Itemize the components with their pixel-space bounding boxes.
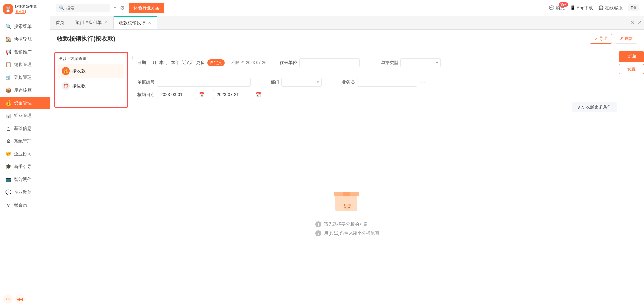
search-icon: 🔍: [5, 23, 11, 30]
action-buttons: 查询 设置: [619, 51, 644, 74]
sidebar-item-basic[interactable]: 🗂 基础信息: [0, 122, 50, 135]
app-download-button[interactable]: 📱 App下载: [570, 5, 593, 11]
sidebar-item-label: 搜索菜单: [14, 23, 32, 30]
guide-icon: 🎓: [5, 164, 11, 170]
tab-close-all-icon[interactable]: ✕: [630, 19, 634, 26]
staff-field: 业务员 ···: [342, 78, 425, 87]
filter-option-by-receipt[interactable]: 💰 按收款: [58, 64, 124, 78]
sidebar-item-label: 畅会员: [14, 202, 27, 208]
staff-input[interactable]: [357, 78, 417, 87]
tip-text-1: 请先选择要分析的方案: [324, 221, 368, 227]
tab-prepay-label: 预付冲应付单: [75, 20, 102, 26]
sidebar-item-sales[interactable]: 📋 销售管理: [0, 58, 50, 71]
tab-receipt[interactable]: 收款核销执行 ✕: [114, 16, 157, 29]
user-profile[interactable]: Rit: [628, 4, 639, 11]
sidebar-item-finance[interactable]: 💰 资金管理: [0, 97, 50, 109]
doc-type-select[interactable]: [400, 58, 441, 67]
sidebar-item-hardware[interactable]: 📺 智能硬件: [0, 173, 50, 186]
sidebar-item-marketing[interactable]: 📢 营销推广: [0, 46, 50, 58]
app-logo-icon: 🐰: [3, 4, 13, 14]
calendar-end-icon[interactable]: 📅: [255, 92, 261, 97]
settings-bottom-icon[interactable]: ⚙: [3, 294, 13, 304]
filter-section: 按以下方案查询 💰 按收款 ⏰ 按应收 《: [50, 48, 644, 112]
tab-home-label: 首页: [56, 20, 64, 26]
date-shortcut-thismonth[interactable]: 本月: [159, 60, 168, 66]
collapse-more-section: ∧∧ 收起更多条件: [137, 102, 617, 112]
mgmt-icon: 📊: [5, 113, 11, 119]
sidebar-item-inventory[interactable]: 📦 库存核算: [0, 84, 50, 97]
page-header: 收款核销执行(按收款) ↗ 导出 ↺ 刷新: [50, 30, 644, 48]
tip-num-2: 2: [315, 230, 321, 236]
settings-button[interactable]: 设置: [619, 64, 644, 74]
tab-home[interactable]: 首页: [50, 16, 70, 29]
dept-select-wrapper[interactable]: [281, 78, 322, 87]
topbar-search-box[interactable]: 🔍: [56, 4, 110, 12]
tabbar: 首页 预付冲应付单 ✕ 收款核销执行 ✕ ✕ ⤢: [50, 16, 644, 30]
home-icon: 🏠: [5, 36, 11, 42]
online-service-button[interactable]: 🎧 在线客服: [598, 5, 623, 11]
date-shortcut-thisyear[interactable]: 本年: [171, 60, 179, 66]
refresh-button[interactable]: ↺ 刷新: [615, 34, 637, 44]
sidebar-item-label: 营销推广: [14, 49, 32, 55]
message-badge: 99+: [559, 2, 568, 7]
date-shortcut-lastmonth[interactable]: 上月: [148, 60, 157, 66]
partner-dots-icon[interactable]: ···: [362, 59, 368, 66]
purchase-icon: 🛒: [5, 74, 11, 81]
partner-input[interactable]: [299, 58, 360, 67]
sidebar-item-label: 资金管理: [14, 100, 32, 106]
staff-dots-icon[interactable]: ···: [419, 79, 425, 86]
tab-prepay[interactable]: 预付冲应付单 ✕: [70, 16, 114, 29]
date-unlimited-field: 不限 至 2023-07-26: [231, 60, 266, 66]
date-shortcut-more[interactable]: 更多: [196, 60, 205, 66]
doc-no-input[interactable]: [157, 78, 251, 87]
doc-type-select-wrapper[interactable]: [400, 58, 441, 67]
sidebar-item-wechat[interactable]: 💬 企业微信: [0, 186, 50, 199]
topbar-gear-icon[interactable]: ⚙: [120, 5, 125, 11]
sidebar-item-mgmt[interactable]: 📊 经营管理: [0, 109, 50, 122]
service-icon: 🎧: [598, 5, 604, 10]
sidebar-item-system[interactable]: ⚙ 系统管理: [0, 135, 50, 148]
date-shortcut-7days[interactable]: 近7天: [182, 60, 193, 66]
sidebar-item-purchase[interactable]: 🛒 采购管理: [0, 71, 50, 84]
dept-field: 部门: [271, 78, 322, 87]
sidebar-item-quicknav[interactable]: 🏠 快捷导航: [0, 33, 50, 46]
tab-expand-icon[interactable]: ⤢: [637, 19, 641, 26]
app-icon: 📱: [570, 5, 575, 10]
dept-select[interactable]: [281, 78, 322, 87]
filter-row2: 单据编号 部门 业务员: [137, 78, 644, 87]
filter-row1: 日期 上月 本月 本年 近7天 更多 自定义 不限 至 2023-0: [137, 51, 644, 74]
solution-button[interactable]: 体验行业方案: [129, 3, 164, 13]
verify-date-start-input[interactable]: [157, 90, 197, 99]
sidebar-collapse-button[interactable]: ◀◀: [15, 294, 25, 304]
user-name: Rit: [631, 5, 636, 10]
filter-option-receivable-label: 按应收: [72, 83, 86, 89]
tab-receipt-close[interactable]: ✕: [147, 20, 152, 26]
page-title: 收款核销执行(按收款): [57, 35, 115, 43]
calendar-start-icon[interactable]: 📅: [199, 92, 205, 97]
export-button[interactable]: ↗ 导出: [590, 34, 612, 44]
sidebar-bottom: ⚙ ◀◀: [0, 291, 50, 307]
sidebar-item-enterprise[interactable]: 🤝 企业协同: [0, 148, 50, 160]
empty-state: 1 请先选择要分析的方案 2 用[过滤]条件来缩小分析范围: [50, 112, 644, 307]
main-area: 🔍 ▾ ⚙ 体验行业方案 💬 消息 99+ 📱 App下载 🎧 在线客服 Rit: [50, 0, 644, 307]
collapse-left-icon[interactable]: 《: [129, 55, 134, 61]
date-custom-badge[interactable]: 自定义: [207, 59, 225, 66]
tab-prepay-close[interactable]: ✕: [104, 20, 108, 25]
message-button[interactable]: 💬 消息 99+: [549, 5, 565, 11]
sidebar-item-guide[interactable]: 🎓 新手引导: [0, 160, 50, 173]
sidebar-item-label: 系统管理: [14, 138, 32, 144]
empty-tips: 1 请先选择要分析的方案 2 用[过滤]条件来缩小分析范围: [315, 221, 379, 236]
filter-fields: 日期 上月 本月 本年 近7天 更多 自定义 不限 至 2023-0: [134, 48, 644, 112]
verify-date-end-input[interactable]: [213, 90, 253, 99]
date-shortcuts: 上月 本月 本年 近7天 更多 自定义: [148, 59, 225, 66]
collapse-more-label: 收起更多条件: [586, 104, 612, 110]
collapse-more-button[interactable]: ∧∧ 收起更多条件: [572, 102, 617, 112]
filter-option-by-receivable[interactable]: ⏰ 按应收: [58, 79, 124, 93]
sidebar-item-search[interactable]: 🔍 搜索菜单: [0, 20, 50, 33]
svg-point-6: [349, 204, 351, 206]
query-button[interactable]: 查询: [619, 51, 644, 62]
sidebar-item-member[interactable]: V 畅会员: [0, 199, 50, 211]
topbar-chevron-icon[interactable]: ▾: [114, 6, 116, 10]
filter-collapse-toggle[interactable]: 《: [128, 48, 134, 112]
search-input[interactable]: [66, 6, 107, 10]
